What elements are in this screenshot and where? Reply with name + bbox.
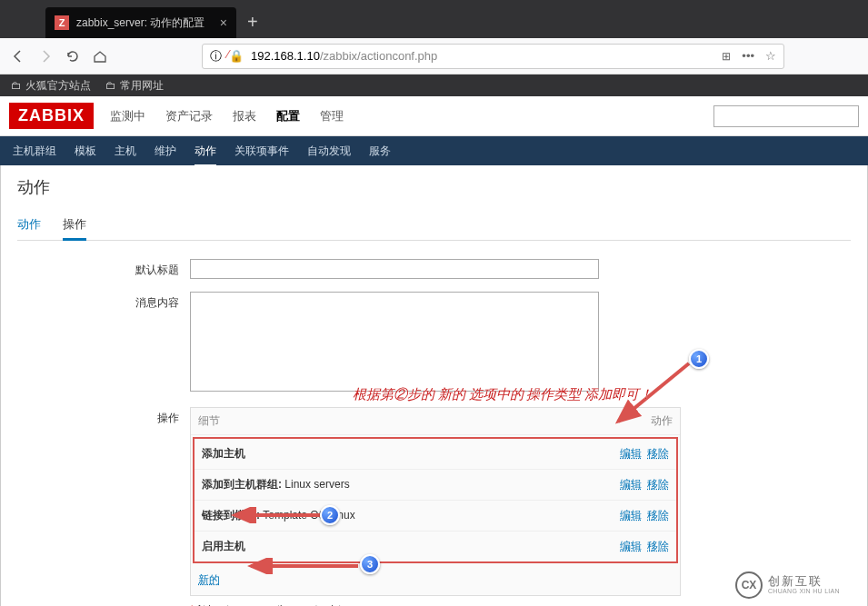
operation-label: 添加到主机群组: Linux servers xyxy=(202,477,350,492)
new-operation-link[interactable]: 新的 xyxy=(198,573,220,586)
bookmark-label: 常用网址 xyxy=(120,78,164,94)
watermark: CX 创新互联 CHUANG XIN HU LIAN xyxy=(735,570,863,601)
forward-icon xyxy=(38,49,53,64)
default-message-label: 消息内容 xyxy=(17,292,190,311)
remove-link[interactable]: 移除 xyxy=(647,508,669,523)
action-form: 默认标题 消息内容 操作 细节 动作 添加主机编辑移除添加到主机群组: Linu… xyxy=(17,259,708,606)
watermark-logo-icon: CX xyxy=(735,571,763,599)
tab-favicon: Z xyxy=(55,15,69,30)
annotation-arrow-3 xyxy=(244,558,365,574)
page-tab-1[interactable]: 操作 xyxy=(63,211,86,241)
info-icon[interactable]: ⓘ xyxy=(210,48,222,65)
subnav-item-4[interactable]: 动作 xyxy=(195,144,216,167)
operation-actions: 编辑移除 xyxy=(620,446,669,462)
remove-link[interactable]: 移除 xyxy=(647,477,669,492)
topnav-item-3[interactable]: 配置 xyxy=(276,108,300,124)
topnav-item-0[interactable]: 监测中 xyxy=(110,108,145,124)
browser-navbar: ⓘ 🔒⁄ 192.168.1.10/zabbix/actionconf.php … xyxy=(0,38,868,75)
default-subject-label: 默认标题 xyxy=(17,259,190,278)
annotation-arrow-2 xyxy=(227,507,327,523)
zabbix-logo[interactable]: ZABBIX xyxy=(9,103,94,129)
edit-link[interactable]: 编辑 xyxy=(620,508,642,523)
annotation-badge-1: 1 xyxy=(689,349,709,369)
edit-link[interactable]: 编辑 xyxy=(620,446,642,462)
back-icon[interactable] xyxy=(11,49,25,64)
folder-icon: 🗀 xyxy=(11,79,22,92)
subnav-item-6[interactable]: 自动发现 xyxy=(307,144,351,159)
default-subject-input[interactable] xyxy=(190,259,599,279)
bookmark-label: 火狐官方站点 xyxy=(25,78,91,94)
operation-label: 添加主机 xyxy=(202,446,245,462)
search-input[interactable] xyxy=(713,105,859,127)
operation-actions: 编辑移除 xyxy=(620,508,669,523)
operation-row: 添加主机编辑移除 xyxy=(195,439,676,470)
topnav-item-4[interactable]: 管理 xyxy=(320,108,344,124)
operation-actions: 编辑移除 xyxy=(620,539,669,554)
watermark-en: CHUANG XIN HU LIAN xyxy=(768,588,840,595)
url-bar[interactable]: ⓘ 🔒⁄ 192.168.1.10/zabbix/actionconf.php … xyxy=(202,44,784,69)
bookmark-common[interactable]: 🗀 常用网址 xyxy=(105,78,164,94)
annotation-hint: 根据第②步的 新的 选项中的 操作类型 添加即可！ xyxy=(353,386,653,403)
annotation-badge-2: 2 xyxy=(320,505,340,525)
folder-icon: 🗀 xyxy=(105,79,116,92)
edit-link[interactable]: 编辑 xyxy=(620,477,642,492)
subnav-item-1[interactable]: 模板 xyxy=(75,144,96,159)
new-tab-button[interactable]: + xyxy=(247,12,258,33)
operation-label: 启用主机 xyxy=(202,539,245,554)
bookmark-star-icon[interactable]: ☆ xyxy=(765,49,776,63)
browser-tab-active[interactable]: Z zabbix_server: 动作的配置 × xyxy=(45,7,236,38)
subnav-item-5[interactable]: 关联项事件 xyxy=(234,144,289,159)
default-message-textarea[interactable] xyxy=(190,292,599,392)
url-host: 192.168.1.10 xyxy=(251,49,320,63)
subnav-item-2[interactable]: 主机 xyxy=(115,144,136,159)
reader-icon[interactable]: ⊞ xyxy=(722,50,731,63)
tab-title: zabbix_server: 动作的配置 xyxy=(76,15,213,31)
reload-icon[interactable] xyxy=(65,49,80,64)
security-slash-icon: 🔒⁄ xyxy=(229,49,244,63)
page-title: 动作 xyxy=(17,176,851,198)
subnav-item-3[interactable]: 维护 xyxy=(155,144,176,159)
col-details: 细节 xyxy=(198,413,220,429)
zabbix-header: ZABBIX 监测中资产记录报表配置管理 xyxy=(0,96,868,136)
subnav-item-0[interactable]: 主机群组 xyxy=(13,144,56,159)
close-tab-icon[interactable]: × xyxy=(220,15,227,30)
remove-link[interactable]: 移除 xyxy=(647,446,669,462)
home-icon[interactable] xyxy=(93,49,107,64)
operations-header: 细节 动作 xyxy=(191,408,680,435)
zabbix-topnav: 监测中资产记录报表配置管理 xyxy=(110,108,344,124)
operation-row: 添加到主机群组: Linux servers编辑移除 xyxy=(195,470,676,501)
operation-actions: 编辑移除 xyxy=(620,477,669,492)
bookmark-firefox[interactable]: 🗀 火狐官方站点 xyxy=(11,78,91,94)
bookmarks-bar: 🗀 火狐官方站点 🗀 常用网址 xyxy=(0,75,868,96)
watermark-cn: 创新互联 xyxy=(768,575,840,588)
more-icon[interactable]: ••• xyxy=(742,49,754,63)
browser-tab-strip: Z zabbix_server: 动作的配置 × + xyxy=(0,0,868,38)
zabbix-subnav: 主机群组模板主机维护动作关联项事件自动发现服务 xyxy=(0,136,868,165)
annotation-badge-3: 3 xyxy=(360,554,380,574)
page-tab-0[interactable]: 动作 xyxy=(17,211,41,240)
operations-label: 操作 xyxy=(17,407,190,426)
edit-link[interactable]: 编辑 xyxy=(620,539,642,554)
topnav-item-1[interactable]: 资产记录 xyxy=(165,108,213,124)
topnav-item-2[interactable]: 报表 xyxy=(233,108,256,124)
url-path: /zabbix/actionconf.php xyxy=(320,49,437,63)
subnav-item-7[interactable]: 服务 xyxy=(369,144,391,159)
operations-highlight-box: 添加主机编辑移除添加到主机群组: Linux servers编辑移除链接到模板:… xyxy=(193,437,678,563)
remove-link[interactable]: 移除 xyxy=(647,539,669,554)
page-tabs: 动作操作 xyxy=(17,211,851,241)
